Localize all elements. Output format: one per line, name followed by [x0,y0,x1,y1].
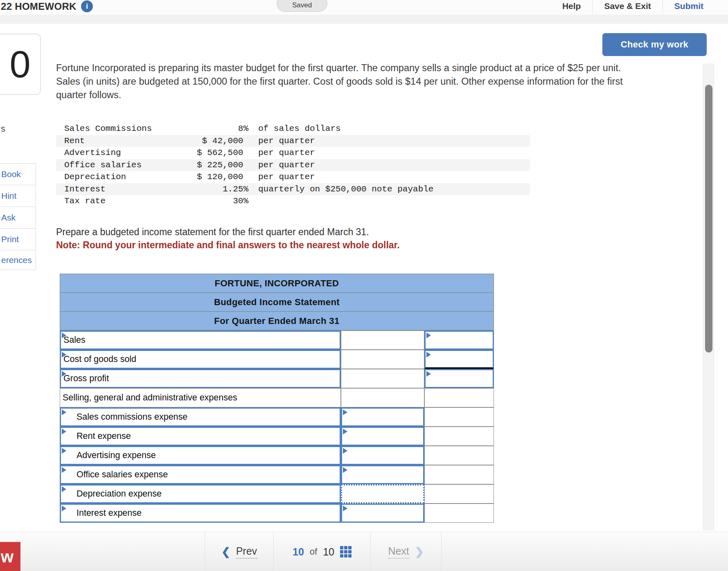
top-bar-links: Help Save & Exit Submit [551,0,707,15]
sidebar-item-ask[interactable]: Ask [0,207,36,229]
statement-total-input-cell[interactable] [424,369,494,388]
prev-question-button[interactable]: ❮ Prev [205,532,273,571]
sidebar-item-erences[interactable]: erences [0,250,36,270]
budgeted-income-statement-table: FORTUNE, INCORPORATED Budgeted Income St… [60,274,494,523]
statement-label-cell[interactable]: Office salaries expense [60,465,341,484]
pagination-nav: ❮ Prev 10 of 10 Next ❯ [205,532,442,571]
statement-row: Advertising expense [60,446,494,465]
prev-label: Prev [236,545,257,559]
instruction-text: Prepare a budgeted income statement for … [56,227,369,238]
statement-label-cell[interactable]: Advertising expense [60,446,341,465]
problem-statement: Fortune Incorporated is preparing its ma… [56,61,645,102]
cell-flag-triangle-icon [62,409,66,415]
expense-desc: quarterly on $250,000 note payable [248,184,530,194]
expense-amount: $ 42,000 [191,136,248,146]
cell-flag-triangle-icon [62,333,66,338]
statement-label-cell[interactable]: Cost of goods sold [60,350,341,369]
current-page-number: 10 [293,546,304,558]
cell-flag-triangle-icon [426,371,431,377]
statement-total-input-cell[interactable] [424,350,494,369]
statement-title-header: Budgeted Income Statement [60,292,494,312]
assignment-page: 22 HOMEWORK i Saved Help Save & Exit Sub… [0,0,728,571]
expense-desc: per quarter [248,148,530,157]
sidebar-item-label: Hint [0,191,16,201]
check-my-work-button[interactable]: Check my work [602,33,707,56]
cell-flag-triangle-icon [62,352,66,357]
statement-total-input-cell [424,446,494,465]
statement-total-input-cell [424,504,494,523]
statement-row: Depreciation expense [60,484,494,504]
header-separator-band [0,15,728,24]
sidebar-item-label: Ask [0,213,16,223]
rounding-note: Note: Round your intermediate and final … [56,240,400,251]
sidebar-item-label: erences [0,255,32,265]
cell-flag-triangle-icon [343,467,347,473]
expense-desc: of sales dollars [248,124,530,133]
expense-amount: 8% [191,124,248,133]
statement-row: Rent expense [60,427,494,446]
statement-amount-input-cell [341,350,424,369]
statement-amount-input-cell[interactable] [341,446,424,465]
help-link[interactable]: Help [551,0,593,11]
statement-amount-input-cell[interactable] [341,427,424,446]
statement-amount-input-cell[interactable] [341,504,424,523]
page-of-label: of [310,546,317,557]
top-bar: 22 HOMEWORK i Saved Help Save & Exit Sub… [0,0,728,15]
sidebar-item-book[interactable]: Book [0,163,36,185]
cell-flag-triangle-icon [426,352,431,357]
statement-amount-input-cell[interactable] [341,465,424,484]
next-label: Next [388,545,409,559]
chevron-right-icon: ❯ [415,546,424,558]
statement-row-label: Rent expense [61,431,131,441]
save-exit-link[interactable]: Save & Exit [593,0,662,11]
expense-label: Sales Commissions [64,124,191,133]
expense-row: Interest1.25%quarterly on $250,000 note … [56,183,530,196]
submit-link[interactable]: Submit [663,0,707,11]
statement-total-input-cell [424,427,494,446]
statement-row-label: Interest expense [61,508,142,518]
statement-label-cell[interactable]: Depreciation expense [60,484,341,504]
statement-label-cell[interactable]: Rent expense [60,427,341,446]
statement-label-cell[interactable]: Interest expense [60,504,341,523]
statement-row-label: Office salaries expense [61,470,168,480]
statement-label-cell[interactable]: Gross profit [60,369,341,388]
vertical-scrollbar-thumb[interactable] [705,85,712,353]
info-icon[interactable]: i [81,0,93,12]
question-map-grid-icon[interactable] [340,546,352,558]
expense-row: Sales Commissions8%of sales dollars [56,123,530,135]
statement-row: Sales [60,330,494,350]
statement-row: Sales commissions expense [60,407,494,427]
statement-label-cell: Selling, general and administrative expe… [60,388,341,407]
question-number: 0 [0,43,31,86]
chevron-left-icon: ❮ [221,546,230,558]
cell-flag-triangle-icon [343,409,347,415]
sidebar-item-hint[interactable]: Hint [0,185,36,207]
footer-nav-bar: ❮ Prev 10 of 10 Next ❯ w [0,532,728,571]
cell-flag-triangle-icon [343,448,347,454]
statement-label-cell[interactable]: Sales [60,330,341,350]
statement-amount-input-cell[interactable] [341,407,424,427]
expense-row: Advertising$ 562,500 per quarter [56,147,530,159]
expense-info-table: Sales Commissions8%of sales dollarsRent$… [56,123,530,207]
statement-row: Gross profit [60,369,494,388]
cell-flag-triangle-icon [426,333,431,338]
statement-total-input-cell[interactable] [424,330,494,350]
points-text-fragment: s [1,124,5,134]
statement-label-cell[interactable]: Sales commissions expense [60,407,341,427]
expense-label: Tax rate [64,196,191,206]
expense-amount: $ 120,000 [191,172,248,182]
expense-label: Interest [64,184,191,194]
statement-amount-input-cell[interactable] [341,484,424,504]
statement-row-label: Depreciation expense [61,489,162,499]
statement-total-input-cell [424,388,494,407]
statement-total-input-cell [424,484,494,504]
expense-label: Advertising [64,148,191,157]
sidebar-item-print[interactable]: Print [0,228,36,250]
saved-status-pill: Saved [277,0,327,12]
expense-desc: per quarter [248,136,530,146]
expense-amount: 30% [191,196,248,206]
resource-sidebar: BookHintAskPrinterences [0,164,36,270]
statement-total-input-cell [424,465,494,484]
publisher-logo-letter: w [1,548,14,566]
next-question-button[interactable]: Next ❯ [370,532,442,571]
